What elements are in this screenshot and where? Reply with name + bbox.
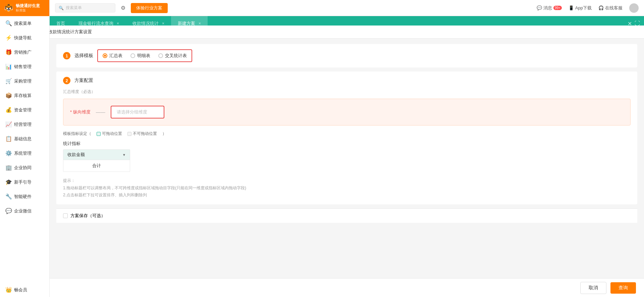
step1-header: 1 选择模板 汇总表 明细表 交叉统计表 (63, 49, 631, 62)
save-option: 方案保存（可选） (56, 208, 637, 223)
tab-new-plan[interactable]: 新建方案 × (171, 16, 208, 31)
app-name: 畅捷通好生意 (16, 3, 40, 8)
sidebar-item-sales[interactable]: 📊 销售管理 (0, 59, 49, 74)
draggable-dot (97, 132, 101, 136)
user-avatar[interactable] (629, 3, 639, 13)
message-label: 消息 (543, 5, 552, 11)
radio-cross[interactable]: 交叉统计表 (158, 53, 187, 59)
message-button[interactable]: 💬 消息 99+ (537, 5, 562, 11)
sidebar-item-operation[interactable]: 📈 经营管理 (0, 117, 49, 132)
radio-cross-circle (158, 53, 163, 58)
tab-home[interactable]: 首页 (50, 16, 72, 31)
logo-icon: 🐯 (4, 4, 13, 12)
tab-new-plan-close[interactable]: × (199, 21, 201, 26)
dimension-label-text: 汇总维度（必选） (63, 89, 95, 94)
tab-bank-close[interactable]: × (117, 21, 119, 26)
tab-home-label: 首页 (56, 20, 65, 27)
metrics-col-header[interactable]: 收款金额 ▼ (63, 150, 130, 160)
sidebar-label-smart: 智能硬件 (14, 194, 32, 200)
download-icon: 📱 (569, 5, 574, 10)
draggable-label: 可拖动位置 (102, 131, 122, 137)
sidebar-item-purchase[interactable]: 🛒 采购管理 (0, 74, 49, 88)
sidebar-item-marketing[interactable]: 🎁 营销推广 (0, 45, 49, 59)
radio-summary-label: 汇总表 (109, 53, 122, 59)
search-box[interactable]: 🔍 搜索菜单 (55, 3, 115, 12)
sidebar-label-quick-nav: 快捷导航 (14, 35, 32, 41)
metrics-row-total: 合计 (63, 160, 130, 171)
sidebar-label-marketing: 营销推广 (14, 49, 32, 55)
sidebar-item-enterprise[interactable]: 🏢 企业协同 (0, 160, 49, 175)
sidebar-item-quick-nav[interactable]: ⚡ 快捷导航 (0, 31, 49, 45)
tips-area: 提示： 1.拖动标题栏可以调整布局，不可跨维度或指标区域拖动目字段(只能在同一维… (63, 177, 631, 199)
dimension-section-label: 汇总维度（必选） (63, 89, 631, 95)
query-button[interactable]: 查询 (610, 282, 636, 294)
sales-icon: 📊 (5, 63, 11, 70)
settings-icon[interactable]: ⚙ (121, 5, 125, 11)
non-draggable-dot (127, 132, 131, 136)
search-placeholder: 搜索菜单 (66, 5, 82, 11)
search-icon-top: 🔍 (59, 6, 64, 10)
tab-receipt[interactable]: 收款情况统计 × (126, 16, 171, 31)
radio-cross-label: 交叉统计表 (165, 53, 187, 59)
radio-detail[interactable]: 明细表 (130, 53, 150, 59)
tab-bank[interactable]: 现金银行流水查询 × (72, 16, 126, 31)
sidebar-label-purchase: 采购管理 (14, 78, 32, 84)
sidebar-item-inventory[interactable]: 📦 库存核算 (0, 88, 49, 103)
sidebar-label-basic: 基础信息 (14, 136, 32, 142)
step2-title: 方案配置 (74, 78, 93, 84)
dimension-arrow: —— (96, 109, 105, 115)
dimension-row: * 纵向维度 —— 请选择分组维度 (70, 106, 624, 118)
search-icon: 🔍 (5, 20, 11, 27)
sidebar: 🐯 畅捷通好生意 标准版 🔍 搜索菜单 ⚡ 快捷导航 🎁 营销推广 📊 销售管理… (0, 0, 50, 297)
non-draggable-label: 不可拖动位置 (133, 131, 157, 137)
finance-icon: 💰 (5, 107, 11, 113)
purchase-icon: 🛒 (5, 78, 11, 84)
message-badge: 99+ (553, 6, 562, 10)
cancel-button[interactable]: 取消 (580, 282, 606, 294)
tab-new-plan-label: 新建方案 (178, 20, 195, 27)
sidebar-item-system[interactable]: ⚙️ 系统管理 (0, 146, 49, 160)
dimension-placeholder: 请选择分组维度 (117, 109, 147, 114)
metrics-dropdown-arrow[interactable]: ▼ (122, 153, 126, 157)
sidebar-label-operation: 经营管理 (14, 121, 32, 128)
dimension-select[interactable]: 请选择分组维度 (111, 106, 164, 118)
metrics-legend-label: 模板指标设定（ (63, 131, 91, 137)
sidebar-label-search: 搜索菜单 (14, 20, 32, 27)
radio-summary-circle (103, 53, 107, 58)
sidebar-item-basic[interactable]: 📋 基础信息 (0, 132, 49, 146)
radio-detail-label: 明细表 (137, 53, 150, 59)
service-label: 在线客服 (605, 5, 623, 11)
step2-card: 2 方案配置 汇总维度（必选） * 纵向维度 —— 请选择分组维度 模板指标设定… (56, 71, 637, 204)
radio-summary[interactable]: 汇总表 (103, 53, 122, 59)
wechat-icon: 💬 (5, 208, 11, 214)
sidebar-item-search[interactable]: 🔍 搜索菜单 (0, 16, 49, 31)
topbar: 🔍 搜索菜单 ⚙ 体验行业方案 💬 消息 99+ 📱 App下载 🎧 在线客服 (50, 0, 644, 16)
service-icon: 🎧 (598, 5, 604, 10)
sidebar-label-wechat: 企业微信 (14, 208, 32, 214)
sidebar-label-system: 系统管理 (14, 150, 32, 156)
metrics-col-label: 收款金额 (67, 152, 85, 158)
step1-num: 1 (63, 52, 70, 59)
vertical-dim-label: * 纵向维度 (70, 109, 91, 115)
sidebar-label-newbie: 新手引导 (14, 179, 32, 185)
service-button[interactable]: 🎧 在线客服 (598, 5, 623, 11)
dimension-area: * 纵向维度 —— 请选择分组维度 (63, 99, 631, 126)
trial-button[interactable]: 体验行业方案 (131, 3, 168, 13)
sidebar-item-finance[interactable]: 💰 资金管理 (0, 103, 49, 117)
page-content: 1 选择模板 汇总表 明细表 交叉统计表 (50, 39, 644, 278)
sidebar-item-smart[interactable]: 🔧 智能硬件 (0, 189, 49, 204)
download-button[interactable]: 📱 App下载 (569, 5, 592, 11)
sidebar-item-member[interactable]: 👑 畅会员 (0, 283, 49, 297)
save-checkbox[interactable] (63, 213, 68, 218)
bottom-bar: 取消 查询 (50, 278, 644, 297)
sidebar-item-wechat[interactable]: 💬 企业微信 (0, 204, 49, 218)
operation-icon: 📈 (5, 121, 11, 128)
tab-receipt-label: 收款情况统计 (132, 20, 159, 27)
tip-item-2: 2.点击标题栏下拉可设置排序、插入列和删除列 (63, 192, 631, 199)
metrics-header: 模板指标设定（ 可拖动位置 不可拖动位置 ） (63, 131, 631, 137)
sidebar-item-newbie[interactable]: 🎓 新手引导 (0, 175, 49, 189)
enterprise-icon: 🏢 (5, 164, 11, 171)
step2-num: 2 (63, 77, 70, 84)
tab-receipt-close[interactable]: × (162, 21, 164, 26)
metrics-table: 收款金额 ▼ 合计 (63, 149, 130, 172)
